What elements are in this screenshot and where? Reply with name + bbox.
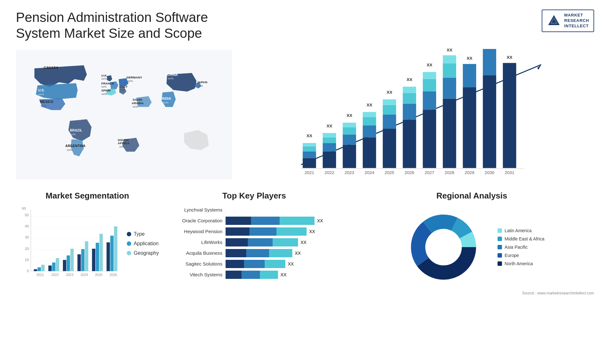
players-list: Lynchval Systems Oracle Corporation [165,206,343,279]
player-name: Acquila Business [165,250,222,256]
svg-text:xx%: xx% [101,77,107,80]
svg-rect-84 [503,63,516,168]
map-container: CANADA xx% U.S. xx% MEXICO xx% BRAZIL xx… [16,48,232,181]
bar-label: XX [288,261,294,266]
svg-rect-56 [363,112,376,117]
svg-text:30: 30 [25,235,29,239]
bar-label: XX [309,229,315,234]
legend-label-application: Application [134,241,159,246]
table-row: Lynchval Systems [165,206,343,214]
player-bar-wrap: XX [226,249,343,257]
svg-text:CANADA: CANADA [44,66,58,70]
svg-rect-122 [81,249,85,271]
legend-type: Type [127,231,159,237]
svg-text:U.S.: U.S. [38,88,45,92]
svg-text:XX: XX [427,63,432,67]
svg-text:U.K.: U.K. [101,73,108,77]
svg-rect-39 [303,151,316,158]
svg-text:XX: XX [467,56,472,61]
svg-text:XX: XX [487,48,492,49]
logo-text: MARKET RESEARCH INTELLECT [564,13,589,29]
svg-text:2027: 2027 [425,170,434,175]
label-latin-america: Latin America [505,228,532,233]
svg-text:xx%: xx% [101,92,107,96]
player-bar-wrap: XX [226,238,343,246]
svg-rect-115 [48,266,52,271]
svg-text:xx%: xx% [38,92,44,96]
svg-rect-82 [483,49,496,75]
svg-rect-51 [343,123,356,127]
player-bar-wrap [226,206,343,214]
svg-text:MEXICO: MEXICO [40,100,53,104]
svg-rect-129 [114,226,118,271]
svg-rect-125 [96,243,99,271]
svg-text:2024: 2024 [80,273,88,277]
label-europe: Europe [505,253,519,258]
svg-text:XX: XX [387,90,392,95]
svg-rect-48 [343,145,356,168]
svg-text:2026: 2026 [110,273,117,277]
players-title: Top Key Players [165,191,343,201]
svg-text:xx%: xx% [198,84,203,87]
svg-text:ARABIA: ARABIA [132,101,144,105]
svg-rect-79 [463,64,476,87]
header: Pension Administration Software System M… [16,10,594,42]
legend-geography: Geography [127,250,159,256]
svg-rect-118 [63,260,66,271]
svg-rect-73 [443,98,456,168]
svg-rect-120 [70,249,74,271]
svg-rect-76 [443,55,456,63]
svg-rect-114 [41,265,45,271]
table-row: Vitech Systems XX [165,271,343,279]
svg-rect-54 [363,125,376,137]
svg-text:XX: XX [367,103,372,107]
svg-text:xx%: xx% [101,85,107,88]
legend-latin-america: Latin America [498,228,544,233]
label-asia-pacific: Asia Pacific [505,245,527,250]
svg-rect-55 [363,117,376,125]
svg-text:XX: XX [307,133,312,138]
legend-application: Application [127,241,159,246]
svg-text:XX: XX [407,77,412,82]
svg-rect-40 [303,146,316,152]
regional-title: Regional Analysis [349,191,594,201]
top-section: CANADA xx% U.S. xx% MEXICO xx% BRAZIL xx… [16,48,594,181]
svg-text:xx%: xx% [120,88,125,91]
seg-chart-wrap: 0 10 20 30 40 50 60 [16,206,159,289]
dot-europe [498,253,502,258]
svg-rect-71 [423,72,436,79]
svg-rect-50 [343,127,356,135]
svg-rect-124 [92,249,96,271]
svg-text:40: 40 [25,224,29,228]
svg-text:xx%: xx% [168,77,174,80]
bar-label: XX [317,218,323,223]
svg-rect-117 [56,258,59,271]
svg-text:FRANCE: FRANCE [101,82,114,85]
svg-rect-61 [383,99,396,105]
svg-text:JAPAN: JAPAN [197,80,207,84]
svg-text:xx%: xx% [119,145,125,148]
segmentation-title: Market Segmentation [16,191,159,201]
svg-rect-45 [323,137,336,143]
svg-rect-69 [423,91,436,110]
player-bar-wrap: XX [226,217,343,225]
player-name: Vitech Systems [165,272,222,277]
regional-wrap: Latin America Middle East & Africa Asia … [349,206,594,288]
bar-label: XX [301,240,307,245]
svg-text:xx%: xx% [128,79,133,83]
svg-rect-113 [37,267,41,271]
legend-dot-application [127,241,131,246]
page-title: Pension Administration Software System M… [16,10,238,42]
svg-text:2021: 2021 [37,273,44,277]
svg-text:50: 50 [25,213,29,217]
legend-label-type: Type [134,231,145,237]
seg-legend: Type Application Geography [127,206,159,256]
svg-text:2021: 2021 [305,170,314,175]
svg-text:XX: XX [507,55,512,59]
dot-asia-pacific [498,245,502,249]
svg-rect-53 [363,137,376,168]
svg-text:2031: 2031 [505,170,514,175]
table-row: Heywood Pension XX [165,227,343,236]
svg-rect-43 [323,151,336,168]
seg-svg-wrap: 0 10 20 30 40 50 60 [16,206,120,289]
